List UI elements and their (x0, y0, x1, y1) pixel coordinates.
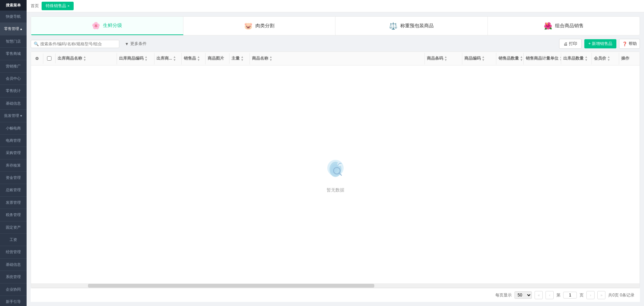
sidebar-item-mini-ecom[interactable]: 小畅电商 (0, 122, 27, 135)
th-barcode[interactable]: 商品条码 ▲▼ (425, 53, 462, 64)
sidebar-item-ecom-mgmt[interactable]: 电商管理 (0, 135, 27, 147)
sidebar-item-retail-mall[interactable]: 零售商城 (0, 48, 27, 60)
print-button[interactable]: 🖨 打印 (559, 39, 582, 49)
empty-state: 暂无数据 (31, 65, 640, 284)
cat-tab-combo-sale-label: 组合商品销售 (555, 23, 584, 29)
sidebar-logo[interactable]: 搜索菜单 (0, 0, 27, 11)
th-goods-code[interactable]: 商品编码 ▲▼ (462, 53, 496, 64)
sidebar-item-new-guide[interactable]: 新手引导 (0, 296, 27, 306)
sort-icon-9: ▲▼ (520, 56, 523, 62)
per-page-label: 每页显示 (495, 292, 512, 298)
next-page-btn[interactable]: › (586, 291, 595, 299)
th-checkbox[interactable] (43, 53, 56, 63)
th-op: 操作 (619, 53, 640, 64)
filter-button[interactable]: ▼ 更多条件 (122, 40, 149, 48)
th-sale-goods[interactable]: 销售品 ▲▼ (182, 53, 206, 64)
cat-tab-meat-cut[interactable]: 🐷 肉类分割 (183, 17, 336, 35)
sidebar-item-purchase-mgmt[interactable]: 采购管理 (0, 147, 27, 159)
th-gear[interactable]: ⚙ (31, 53, 43, 64)
last-page-btn[interactable]: » (597, 291, 605, 299)
th-weight[interactable]: 主量 ▲▼ (229, 53, 250, 64)
sidebar-item-retail-mgmt[interactable]: 零售管理 ▲ (0, 23, 27, 35)
empty-icon (322, 156, 349, 183)
sidebar-item-finance[interactable]: 资金管理 (0, 172, 27, 184)
cat-tab-meat-cut-label: 肉类分割 (255, 23, 274, 29)
th-out-qty[interactable]: 出库品数量 ▲▼ (561, 53, 592, 64)
category-tabs: 🌸 生鲜分级 🐷 肉类分割 ⚖️ 称重预包装商品 🌺 组合商品销售 (31, 16, 640, 35)
th-out-code[interactable]: 出库商品编码 ▲▼ (117, 53, 154, 64)
sidebar-item-invoice-mgmt[interactable]: 发票管理 (0, 197, 27, 209)
retail-mgmt-arrow: ▲ (20, 27, 23, 31)
topbar-home-link[interactable]: 首页 (31, 3, 39, 9)
search-icon: 🔍 (34, 42, 39, 46)
cat-tab-weight-pkg[interactable]: ⚖️ 称重预包装商品 (335, 17, 488, 35)
sidebar-item-inventory[interactable]: 库存核算 (0, 159, 27, 172)
pagination: 每页显示 20 50 100 « ‹ 第 页 › » 共0页 0条记录 (31, 288, 640, 302)
sort-icon-4: ▲▼ (197, 56, 200, 62)
sort-icon-6: ▲▼ (269, 56, 272, 62)
print-icon: 🖨 (564, 42, 568, 46)
settings-icon: ⚙ (35, 56, 39, 61)
th-out-name[interactable]: 出库商品名称 ▲▼ (56, 53, 117, 64)
wholesale-arrow: ▼ (20, 114, 23, 118)
sidebar: 搜索菜单 快捷导航 零售管理 ▲ 智慧门店 零售商城 营销推广 会员中心 零售统… (0, 0, 27, 306)
page-content: 🌸 生鲜分级 🐷 肉类分割 ⚖️ 称重预包装商品 🌺 组合商品销售 🔍 (27, 12, 644, 306)
sidebar-item-smart-store[interactable]: 智慧门店 (0, 35, 27, 48)
add-button[interactable]: + 新增销售品 (584, 39, 616, 48)
sidebar-item-operations[interactable]: 经营管理 (0, 246, 27, 258)
sort-icon-11: ▲▼ (585, 56, 588, 62)
cat-tab-weight-pkg-label: 称重预包装商品 (400, 23, 434, 29)
main-content: 首页 特殊销售品 × 🌸 生鲜分级 🐷 肉类分割 ⚖️ 称重预包装商品 🌺 组合… (27, 0, 644, 306)
empty-text: 暂无数据 (327, 187, 344, 193)
search-box[interactable]: 🔍 (31, 40, 119, 48)
svg-point-2 (337, 162, 342, 166)
scrollbar-thumb[interactable] (88, 284, 374, 288)
page-number-input[interactable] (563, 292, 577, 299)
search-input[interactable] (40, 42, 116, 46)
sidebar-item-basic-info-2[interactable]: 基础信息 (0, 259, 27, 271)
sidebar-item-basic-info-1[interactable]: 基础信息 (0, 97, 27, 110)
sidebar-item-corp-agreement[interactable]: 企业协同 (0, 284, 27, 296)
filter-icon: ▼ (125, 42, 129, 46)
th-goods-name[interactable]: 商品名称 ▲▼ (250, 53, 425, 64)
help-button[interactable]: ❓ 帮助 (619, 39, 640, 49)
sort-icon-5: ▲▼ (241, 56, 244, 62)
total-info: 共0页 0条记录 (608, 292, 634, 298)
th-unit[interactable]: 销售商品计量单位 ▲▼ (524, 53, 561, 64)
cat-tab-fresh-grade[interactable]: 🌸 生鲜分级 (31, 17, 183, 35)
th-member-price[interactable]: 会员价 ▲▼ (592, 53, 619, 64)
cat-tab-combo-sale[interactable]: 🌺 组合商品销售 (488, 17, 640, 35)
sidebar-item-member-center[interactable]: 会员中心 (0, 73, 27, 85)
sort-icon-7: ▲▼ (444, 56, 447, 62)
prev-page-btn[interactable]: ‹ (545, 291, 554, 299)
sidebar-item-quick-nav[interactable]: 快捷导航 (0, 11, 27, 23)
tab-close-icon[interactable]: × (68, 4, 70, 8)
per-page-select[interactable]: 20 50 100 (514, 291, 532, 299)
toolbar: 🔍 ▼ 更多条件 🖨 打印 + 新增销售品 ❓ 帮助 (31, 39, 640, 49)
horizontal-scrollbar[interactable] (31, 284, 640, 288)
th-out-spec[interactable]: 出库商... ▲▼ (154, 53, 182, 64)
sidebar-item-marketing[interactable]: 营销推广 (0, 60, 27, 73)
topbar: 首页 特殊销售品 × (27, 0, 644, 12)
sort-icon-12: ▲▼ (607, 56, 610, 62)
help-icon: ❓ (622, 42, 627, 46)
toolbar-left: 🔍 ▼ 更多条件 (31, 40, 149, 48)
topbar-active-tab[interactable]: 特殊销售品 × (42, 2, 74, 10)
th-sale-qty[interactable]: 销售品数量 ▲▼ (496, 53, 524, 64)
first-page-btn[interactable]: « (535, 291, 543, 299)
sort-icon-3: ▲▼ (173, 56, 176, 62)
th-img[interactable]: 商品图片 (206, 53, 229, 64)
page-suffix: 页 (580, 292, 584, 298)
sidebar-item-general-ledger[interactable]: 总账管理 (0, 184, 27, 196)
meat-cut-icon: 🐷 (244, 22, 253, 30)
fresh-grade-icon: 🌸 (92, 21, 100, 30)
sidebar-item-fixed-assets[interactable]: 固定资产 (0, 221, 27, 234)
sidebar-item-tax-mgmt[interactable]: 税务管理 (0, 209, 27, 221)
sidebar-item-payroll[interactable]: 工资 (0, 234, 27, 246)
sort-icon-8: ▲▼ (482, 56, 485, 62)
sidebar-item-system-mgmt[interactable]: 系统管理 (0, 271, 27, 283)
weight-pkg-icon: ⚖️ (389, 22, 398, 30)
sidebar-item-retail-stats[interactable]: 零售统计 (0, 85, 27, 97)
sidebar-item-wholesale-mgmt[interactable]: 批发管理 ▼ (0, 110, 27, 122)
select-all-checkbox[interactable] (47, 56, 51, 61)
